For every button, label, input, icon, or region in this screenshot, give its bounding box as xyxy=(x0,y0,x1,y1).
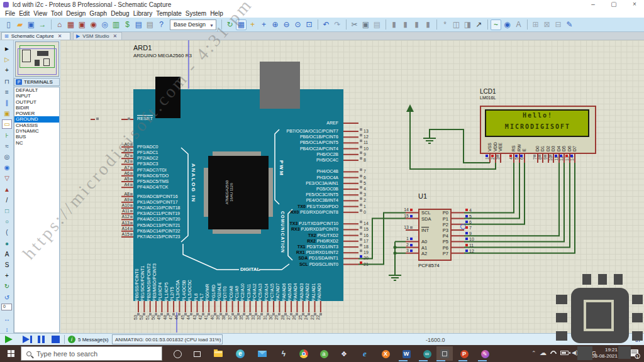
property-assign-icon[interactable]: A xyxy=(513,19,524,30)
terminal-item-input[interactable]: INPUT xyxy=(14,93,59,99)
voltage-probe-icon[interactable]: ▽ xyxy=(2,173,12,183)
pick-parts-icon[interactable]: * xyxy=(440,19,450,30)
tray-battery-icon[interactable] xyxy=(560,351,569,355)
tab-schematic-capture[interactable]: ⊞Schematic Capture✕ xyxy=(1,32,70,40)
step-button[interactable] xyxy=(23,336,30,343)
terminal-item-bidir[interactable]: BIDIR xyxy=(14,105,59,111)
ic-icon[interactable]: ▥ xyxy=(111,19,121,30)
wire[interactable] xyxy=(464,163,575,253)
new-sheet-icon[interactable]: ▦ xyxy=(65,19,76,30)
find-icon[interactable]: ◎ xyxy=(99,19,110,30)
tab2-close-icon[interactable]: ✕ xyxy=(113,33,117,39)
terminal-item-chassis[interactable]: CHASSIS xyxy=(14,123,59,128)
edit-pencil-icon[interactable]: ✎ xyxy=(564,19,575,30)
open-folder-icon[interactable]: ▰ xyxy=(14,19,25,30)
wire[interactable] xyxy=(464,163,559,236)
wire[interactable] xyxy=(464,163,570,248)
block-copy-icon[interactable]: ▮ xyxy=(389,19,399,30)
rotate-ccw-icon[interactable]: ↺ xyxy=(2,293,12,302)
paste-icon[interactable]: ▤ xyxy=(372,19,382,30)
help-icon[interactable]: ? xyxy=(156,19,167,30)
notification-icon[interactable]: 1 xyxy=(630,349,638,356)
menu-template[interactable]: Template xyxy=(156,9,182,18)
taskbar-powerpoint-icon[interactable]: P xyxy=(458,348,470,360)
schematic-canvas[interactable]: ATMEGA2560 16AU 1126ARD1ARDUINO MEGA2560… xyxy=(60,40,644,333)
taskbar-mail-icon[interactable] xyxy=(256,348,269,360)
taskbar-chrome-icon[interactable] xyxy=(297,348,310,360)
save-icon[interactable]: ▣ xyxy=(26,19,36,30)
selection-cursor-icon[interactable]: ► xyxy=(2,44,12,53)
doc-gray-icon[interactable]: ▤ xyxy=(145,19,155,30)
2d-line-icon[interactable]: / xyxy=(2,195,12,205)
taskbar-xampp-icon[interactable]: X xyxy=(379,348,392,360)
wire[interactable] xyxy=(464,163,564,241)
terminal-item-bus[interactable]: BUS xyxy=(14,134,59,140)
tab1-close-icon[interactable]: ✕ xyxy=(58,33,62,39)
terminal-item-power[interactable]: POWER xyxy=(14,111,59,116)
text-script-icon[interactable]: ≡ xyxy=(2,87,12,97)
taskbar-paint3d-icon[interactable]: ✎ xyxy=(479,348,491,360)
doc-blue-icon[interactable]: ▤ xyxy=(133,19,144,30)
2d-marker-icon[interactable]: + xyxy=(2,271,12,280)
junction-dot-icon[interactable]: + xyxy=(2,65,12,75)
tray-wifi-icon[interactable] xyxy=(550,351,557,357)
2d-arc-icon[interactable]: ( xyxy=(2,228,12,237)
taskbar-word-icon[interactable]: W xyxy=(400,348,413,360)
terminal-item-default[interactable]: DEFAULT xyxy=(14,87,59,93)
search-parts-icon[interactable]: ◉ xyxy=(502,19,513,30)
wire[interactable] xyxy=(464,163,519,219)
tray-onedrive-icon[interactable]: ☁ xyxy=(540,349,547,357)
stop-button[interactable] xyxy=(52,336,60,343)
copy-icon[interactable]: ▣ xyxy=(360,19,371,30)
wire-label-icon[interactable]: ⊓ xyxy=(2,77,12,86)
menu-help[interactable]: Help xyxy=(210,9,223,18)
design-explorer-icon[interactable]: ⊟ xyxy=(553,19,564,30)
new-file-icon[interactable]: ▯ xyxy=(3,19,14,30)
subcircuit-icon[interactable]: ▣ xyxy=(2,109,12,118)
pick-button[interactable]: P xyxy=(16,79,22,85)
play-button[interactable] xyxy=(5,336,13,343)
cut-icon[interactable]: ✂ xyxy=(349,19,360,30)
decompose-icon[interactable]: ↗ xyxy=(474,19,484,30)
menu-edit[interactable]: Edit xyxy=(19,9,30,18)
redo-icon[interactable]: ↷ xyxy=(332,19,343,30)
taskbar-dropbox-icon[interactable]: ❖ xyxy=(338,348,350,360)
design-remove-icon[interactable]: ⊠ xyxy=(541,19,552,30)
terminal-item-output[interactable]: OUTPUT xyxy=(14,99,59,105)
rotate-cw-icon[interactable]: ↻ xyxy=(2,282,12,291)
minimize-button[interactable]: – xyxy=(584,0,602,9)
taskbar-internet-explorer-icon[interactable]: e xyxy=(358,348,371,360)
maximize-button[interactable]: ▢ xyxy=(604,0,623,9)
taskbar-green-app-icon[interactable]: a xyxy=(318,348,330,360)
terminal-item-nc[interactable]: NC xyxy=(14,140,59,146)
taskbar-infinity-app-icon[interactable]: ∞ xyxy=(421,348,433,360)
2d-circle-icon[interactable]: ○ xyxy=(2,217,12,226)
2d-symbol-icon[interactable]: S xyxy=(2,260,12,270)
design-combo[interactable]: Base Design▼ xyxy=(170,19,216,30)
message-count[interactable]: 5 Message(s) xyxy=(78,337,108,343)
power-terminal[interactable] xyxy=(406,104,414,112)
device-icon[interactable]: ▣ xyxy=(77,19,87,30)
pan-icon[interactable]: + xyxy=(258,19,269,30)
menu-library[interactable]: Library xyxy=(133,9,153,18)
block-delete-icon[interactable]: ▮ xyxy=(423,19,433,30)
buses-icon[interactable]: ∥ xyxy=(2,98,12,107)
taskbar-file-explorer-icon[interactable] xyxy=(212,348,225,360)
flip-horizontal-icon[interactable]: ↔ xyxy=(2,314,12,324)
grid-icon[interactable]: ▦ xyxy=(236,19,247,30)
refresh-icon[interactable]: ↻ xyxy=(225,19,235,30)
tab-vsm-studio[interactable]: ▶VSM Studio✕ xyxy=(73,32,122,40)
rotate-angle-field[interactable]: 0 xyxy=(1,304,12,310)
component-mode-icon[interactable]: ▷ xyxy=(2,55,12,64)
wire[interactable] xyxy=(464,163,514,212)
wire-autoroute-icon[interactable]: ~ xyxy=(491,19,501,30)
start-button[interactable] xyxy=(8,350,14,357)
zoom-all-icon[interactable]: ⊙ xyxy=(292,19,303,30)
search-input[interactable]: Type here to search xyxy=(21,346,162,361)
taskbar-edge-icon[interactable]: e xyxy=(234,348,247,360)
terminal-item-dynamic[interactable]: DYNAMIC xyxy=(14,128,59,134)
terminal-item-ground[interactable]: GROUND xyxy=(14,116,59,122)
menu-design[interactable]: Design xyxy=(66,9,86,18)
media-icon[interactable]: ◉ xyxy=(88,19,99,30)
2d-path-icon[interactable]: ● xyxy=(2,239,12,248)
